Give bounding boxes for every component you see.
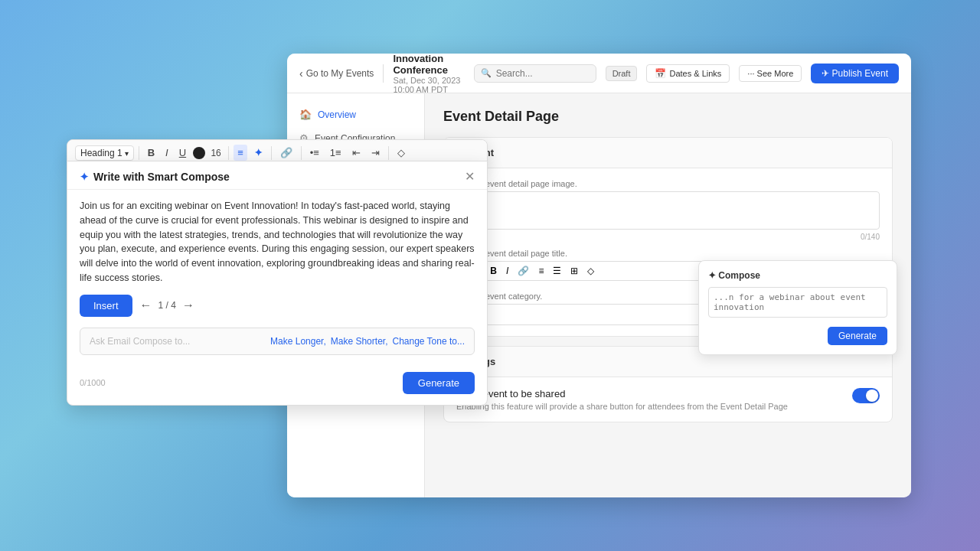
- see-more-button[interactable]: ··· See More: [739, 65, 802, 82]
- home-icon: 🏠: [299, 109, 312, 120]
- sc-actions: Insert ← 1 / 4 →: [80, 295, 475, 317]
- heading-label: Heading 1: [80, 148, 122, 158]
- link-button[interactable]: 🔗: [276, 145, 296, 161]
- list-btn-inner[interactable]: ☰: [550, 265, 564, 277]
- event-info: Innovation Conference Sat, Dec 30, 2023 …: [393, 54, 464, 94]
- toolbar-sep-2: [228, 146, 229, 160]
- search-icon: 🔍: [481, 68, 492, 78]
- toolbar-sep-4: [301, 146, 302, 160]
- allow-share-row: Allow event to be shared Enabling this f…: [456, 388, 880, 411]
- sc-header: ✦ Write with Smart Compose ✕: [67, 161, 487, 190]
- toolbar-sep-1: [139, 146, 139, 160]
- allow-share-info: Allow event to be shared Enabling this f…: [456, 388, 788, 411]
- title-field-label: Set the event detail page title.: [456, 249, 880, 258]
- change-tone-link[interactable]: Change Tone to...: [392, 336, 465, 347]
- sc-footer: 0/1000 Generate: [67, 364, 487, 405]
- indent-decrease-button[interactable]: ⇤: [348, 145, 364, 161]
- align-btn-inner[interactable]: ≡: [535, 265, 547, 277]
- top-bar: Go to My Events Innovation Conference Sa…: [287, 54, 911, 93]
- generate-button[interactable]: Generate: [403, 372, 475, 394]
- calendar-icon: 📅: [655, 68, 666, 79]
- diamond-btn-inner[interactable]: ◇: [584, 265, 597, 277]
- smart-compose-modal: ✦ Write with Smart Compose ✕ Join us for…: [67, 161, 488, 406]
- sc-title: ✦ Write with Smart Compose: [80, 171, 230, 183]
- top-bar-divider: [383, 64, 384, 83]
- inner-generate-button[interactable]: Generate: [828, 327, 887, 345]
- image-textarea[interactable]: [456, 191, 880, 230]
- bold-button[interactable]: B: [144, 145, 158, 161]
- allow-share-label: Allow event to be shared: [456, 388, 788, 399]
- color-swatch: [193, 147, 205, 159]
- char-counter: 0/1000: [80, 378, 106, 387]
- italic-btn-inner[interactable]: I: [503, 265, 511, 277]
- search-box[interactable]: 🔍: [474, 64, 596, 83]
- inner-compose-panel: ✦ Compose Generate: [698, 260, 897, 355]
- indent-btn-inner[interactable]: ⊞: [567, 265, 581, 277]
- diamond-button[interactable]: ◇: [394, 145, 409, 161]
- toolbar-sep-3: [271, 146, 272, 160]
- go-to-events-link[interactable]: Go to My Events: [299, 67, 374, 80]
- image-field-label: Set the event detail page image.: [456, 179, 880, 188]
- compose-placeholder: Ask Email Compose to...: [90, 336, 264, 347]
- page-title: Event Detail Page: [443, 109, 893, 125]
- sc-compose-area: Ask Email Compose to... Make Longer, Mak…: [80, 328, 475, 355]
- compose-ai-button[interactable]: ✦: [250, 145, 266, 161]
- search-input[interactable]: [496, 68, 590, 79]
- sidebar-item-overview-label: Overview: [318, 109, 356, 120]
- inner-compose-title: ✦ Compose: [708, 270, 887, 281]
- settings-section-card: Settings Allow event to be shared Enabli…: [443, 346, 893, 422]
- sc-close-button[interactable]: ✕: [465, 171, 475, 183]
- sc-body: Join us for an exciting webinar on Event…: [67, 190, 487, 364]
- font-size-display: 16: [208, 148, 224, 158]
- make-shorter-link[interactable]: Make Shorter,: [331, 336, 388, 347]
- toolbar-sep-5: [388, 146, 389, 160]
- chevron-down-icon: [125, 148, 129, 158]
- bullet-list-button[interactable]: •≡: [306, 145, 323, 161]
- sidebar-item-overview[interactable]: 🏠 Overview: [287, 103, 424, 126]
- next-arrow-button[interactable]: →: [182, 299, 194, 311]
- align-left-button[interactable]: ≡: [234, 145, 247, 161]
- dates-links-button[interactable]: 📅 Dates & Links: [646, 64, 730, 83]
- settings-section-body: Allow event to be shared Enabling this f…: [444, 377, 892, 422]
- indent-increase-button[interactable]: ⇥: [368, 145, 384, 161]
- italic-button[interactable]: I: [162, 145, 172, 161]
- heading-select[interactable]: Heading 1: [75, 145, 134, 161]
- compose-links: Make Longer, Make Shorter, Change Tone t…: [270, 336, 465, 347]
- make-longer-link[interactable]: Make Longer,: [270, 336, 326, 347]
- image-char-count: 0/140: [456, 233, 880, 241]
- event-title: Innovation Conference: [393, 54, 464, 76]
- bold-btn-inner[interactable]: B: [487, 265, 500, 277]
- sc-generated-text: Join us for an exciting webinar on Event…: [80, 199, 475, 285]
- sparkle-icon: ✦: [80, 171, 89, 183]
- event-date: Sat, Dec 30, 2023 10:00 AM PDT: [393, 76, 464, 94]
- allow-share-toggle[interactable]: [852, 388, 880, 403]
- publish-button[interactable]: ✈ Publish Event: [811, 64, 899, 83]
- content-section-header: Content: [444, 138, 892, 168]
- draft-badge: Draft: [606, 66, 638, 81]
- inner-compose-footer: Generate: [708, 327, 887, 345]
- page-indicator: 1 / 4: [158, 300, 176, 311]
- number-list-button[interactable]: 1≡: [326, 145, 345, 161]
- inner-compose-input[interactable]: [708, 287, 887, 318]
- underline-button[interactable]: U: [175, 145, 190, 161]
- link-btn-inner[interactable]: 🔗: [514, 265, 532, 277]
- allow-share-desc: Enabling this feature will provide a sha…: [456, 402, 788, 411]
- insert-button[interactable]: Insert: [80, 295, 132, 317]
- nav-arrows: ← 1 / 4 →: [140, 299, 194, 311]
- prev-arrow-button[interactable]: ←: [140, 299, 152, 311]
